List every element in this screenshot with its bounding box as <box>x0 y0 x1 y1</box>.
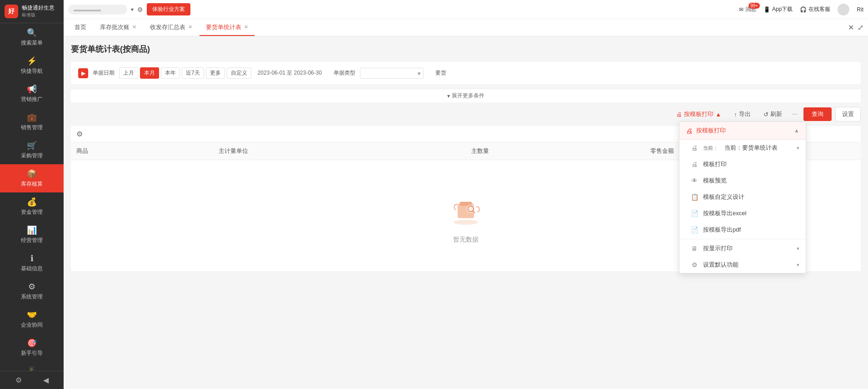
dropdown-template-print[interactable]: 🖨 模板打印 <box>679 156 806 172</box>
date-btn-current-year[interactable]: 本年 <box>161 67 180 79</box>
dropdown-current-value: 当前：要货单统计表 <box>724 144 778 152</box>
tabbar-close-all-icon[interactable]: ✕ <box>848 23 854 32</box>
tab-home[interactable]: 首页 <box>68 20 93 36</box>
sidebar-item-guide[interactable]: 🎯 新手引导 <box>0 333 64 362</box>
dropdown-display-print[interactable]: 🖥 按显示打印 ▾ <box>679 240 806 257</box>
sidebar-item-system[interactable]: ⚙ 系统管理 <box>0 277 64 305</box>
purchase-icon: 🛒 <box>27 141 37 151</box>
print-dropdown-menu: 🖨 按模板打印 ▲ 🖨 当前： 当前：要货单统计表 ▾ 🖨 模板打印 👁 <box>679 121 806 273</box>
dropdown-header[interactable]: 🖨 按模板打印 ▲ <box>679 122 806 140</box>
dropdown-default-func[interactable]: ⚙ 设置默认功能 ▾ <box>679 257 806 273</box>
expand-more-icon: ▾ <box>447 93 450 99</box>
export-label: 导出 <box>739 110 751 118</box>
print-chevron-icon: ▲ <box>715 111 721 118</box>
print-label: 按模板打印 <box>684 110 713 118</box>
sidebar-item-operation[interactable]: 📊 经营管理 <box>0 221 64 249</box>
settings-btn[interactable]: 设置 <box>835 107 861 121</box>
collapse-icon[interactable]: ◀ <box>43 376 49 384</box>
topbar-search[interactable]: ▬▬▬▬▬ <box>68 5 127 15</box>
topbar-dropdown-arrow[interactable]: ▾ <box>131 6 134 13</box>
more-btn[interactable]: ··· <box>790 110 800 118</box>
sidebar-item-sales[interactable]: 💼 销售管理 <box>0 108 64 136</box>
search-icon: 🔍 <box>27 28 37 38</box>
tabbar-expand-icon[interactable]: ⤢ <box>858 23 863 32</box>
tab-inventory-batch-close[interactable]: ✕ <box>132 24 136 30</box>
tab-receipt-summary[interactable]: 收发存汇总表 ✕ <box>144 20 199 36</box>
tab-home-label: 首页 <box>75 23 86 31</box>
sidebar-item-search[interactable]: 🔍 搜索菜单 <box>0 23 64 51</box>
empty-text: 暂无数据 <box>453 236 479 244</box>
dropdown-print-icon: 🖨 <box>686 127 693 135</box>
sidebar-item-cooperation[interactable]: 🤝 企业协同 <box>0 305 64 333</box>
dropdown-export-pdf[interactable]: 📄 按模板导出pdf <box>679 222 806 238</box>
cooperation-icon: 🤝 <box>27 310 37 320</box>
tabbar: 首页 库存批次账 ✕ 收发存汇总表 ✕ 要货单统计表 ✕ ✕ ⤢ <box>64 19 868 36</box>
settings-bottom-icon[interactable]: ⚙ <box>15 376 22 384</box>
date-btn-last-month[interactable]: 上月 <box>119 67 138 79</box>
dropdown-template-design[interactable]: 📋 模板自定义设计 <box>679 189 806 205</box>
app-download-icon: 📱 <box>763 6 770 13</box>
operation-icon: 📊 <box>27 225 37 235</box>
tab-inventory-batch[interactable]: 库存批次账 ✕ <box>94 20 143 36</box>
quick-nav-icon: ⚡ <box>27 56 37 66</box>
filter-expand-btn[interactable]: ▶ <box>78 68 88 78</box>
sidebar-item-basic[interactable]: ℹ 基础信息 <box>0 249 64 277</box>
filter-bar: ▶ 单据日期 上月 本月 本年 近7天 更多 自定义 2023-06-01 至 … <box>71 62 861 84</box>
dropdown-export-pdf-label: 按模板导出pdf <box>703 226 741 234</box>
tab-order-stats-label: 要货单统计表 <box>206 23 241 31</box>
query-btn[interactable]: 查询 <box>803 107 832 121</box>
date-btn-more[interactable]: 更多 <box>206 67 225 79</box>
sidebar-item-quick-nav[interactable]: ⚡ 快捷导航 <box>0 51 64 80</box>
dropdown-title: 按模板打印 <box>696 126 726 135</box>
dropdown-default-func-left: ⚙ 设置默认功能 <box>690 261 738 269</box>
tab-order-stats[interactable]: 要货单统计表 ✕ <box>200 20 254 36</box>
message-icon: ✉ <box>739 6 743 13</box>
sidebar: 好 畅捷通好生意 标准版 🔍 搜索菜单 ⚡ 快捷导航 📢 营销推广 💼 销售管理… <box>0 0 64 389</box>
finance-icon: 💰 <box>27 197 37 207</box>
dropdown-export-excel[interactable]: 📄 按模板导出excel <box>679 205 806 222</box>
sidebar-item-basic-label: 基础信息 <box>21 265 43 273</box>
print-btn[interactable]: 🖨 按模板打印 ▲ <box>672 108 726 121</box>
sidebar-item-finance-label: 资金管理 <box>21 208 43 216</box>
refresh-label: 刷新 <box>770 110 782 118</box>
dropdown-template-preview-label: 模板预览 <box>703 177 727 185</box>
type-filter-label: 单据类型 <box>334 69 355 77</box>
date-filter-buttons: 上月 本月 本年 近7天 更多 自定义 <box>119 67 251 79</box>
dropdown-template-preview[interactable]: 👁 模板预览 <box>679 172 806 189</box>
sidebar-item-purchase-label: 采购管理 <box>21 152 43 160</box>
online-service-btn[interactable]: 🎧 在线客服 <box>800 5 830 13</box>
type-filter-select[interactable] <box>360 68 424 79</box>
industry-btn[interactable]: 体验行业方案 <box>147 3 190 15</box>
expand-more-btn[interactable]: ▾ 展开更多条件 <box>71 89 861 102</box>
tab-order-stats-close[interactable]: ✕ <box>244 24 248 30</box>
dropdown-current-item[interactable]: 🖨 当前： 当前：要货单统计表 ▾ <box>679 140 806 156</box>
sidebar-item-finance[interactable]: 💰 资金管理 <box>0 192 64 221</box>
req-filter-label: 要货 <box>435 69 446 77</box>
date-btn-custom[interactable]: 自定义 <box>227 67 251 79</box>
topbar-search-text: ▬▬▬▬▬ <box>74 6 101 13</box>
app-logo: 好 畅捷通好生意 标准版 <box>0 0 64 23</box>
dropdown-current-chevron: ▾ <box>797 145 799 151</box>
marketing-icon: 📢 <box>27 84 37 94</box>
export-btn[interactable]: ↑ 导出 <box>729 108 755 121</box>
app-download-btn[interactable]: 📱 App下载 <box>763 5 793 13</box>
table-settings-icon[interactable]: ⚙ <box>76 130 83 138</box>
dropdown-collapse-icon[interactable]: ▲ <box>794 127 799 134</box>
dropdown-template-print-label: 模板打印 <box>703 160 727 168</box>
tab-receipt-summary-close[interactable]: ✕ <box>188 24 192 30</box>
user-avatar[interactable] <box>838 4 849 15</box>
date-btn-current-month[interactable]: 本月 <box>140 67 159 79</box>
sidebar-item-purchase[interactable]: 🛒 采购管理 <box>0 136 64 164</box>
messages-btn[interactable]: ✉ 消息 99+ <box>739 5 756 13</box>
topbar-gear-icon[interactable]: ⚙ <box>137 6 143 13</box>
date-filter-label: 单据日期 <box>93 69 115 77</box>
col-header-product: 商品 <box>71 142 213 160</box>
app-center-icon: 📱 <box>27 366 37 371</box>
sidebar-item-app-center[interactable]: 📱 应用中心 <box>0 362 64 371</box>
sidebar-item-inventory[interactable]: 📦 库存核算 <box>0 164 64 192</box>
default-func-icon: ⚙ <box>690 261 698 268</box>
date-btn-7days[interactable]: 近7天 <box>182 67 204 79</box>
refresh-btn[interactable]: ↺ 刷新 <box>759 108 787 121</box>
svg-point-0 <box>454 220 478 225</box>
sidebar-item-marketing[interactable]: 📢 营销推广 <box>0 80 64 108</box>
